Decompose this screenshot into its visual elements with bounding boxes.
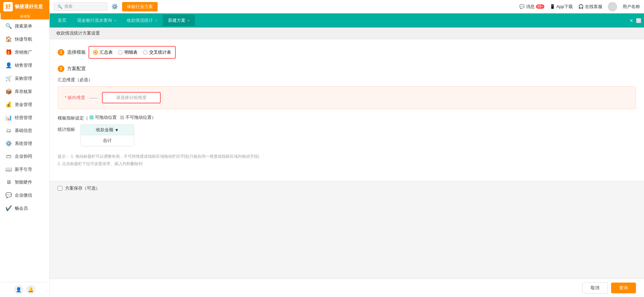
sidebar-bottom: 👤 🔔	[0, 282, 49, 297]
sidebar-item-guide[interactable]: 📖 新手引导	[0, 163, 49, 176]
dimension-row: * 纵向维度 —— 请选择分组维度	[65, 92, 629, 103]
sidebar-item-sales[interactable]: 👤 销售管理	[0, 59, 49, 72]
sidebar-icon-hardware: 🖥	[5, 179, 12, 185]
step1-section: 1 选择模板 汇总表 明细表 交叉统计表	[58, 46, 636, 59]
sidebar-item-basic-info[interactable]: 🗂 基础信息	[0, 124, 49, 137]
sidebar-icon-system: ⚙️	[5, 140, 12, 147]
dimension-selector[interactable]: 请选择分组维度	[102, 92, 161, 103]
sidebar-item-marketing[interactable]: 🎁 营销推广	[0, 46, 49, 59]
sidebar-label-wechat: 企业微信	[15, 192, 32, 198]
sidebar-item-finance[interactable]: 💰 资金管理	[0, 98, 49, 111]
dimension-arrow: ——	[89, 95, 98, 100]
sidebar-item-search-menu[interactable]: 🔍 搜索菜单	[0, 19, 49, 33]
sidebar-item-purchase[interactable]: 🛒 采购管理	[0, 72, 49, 85]
sidebar-item-system[interactable]: ⚙️ 系统管理	[0, 137, 49, 150]
sidebar-label-enterprise: 企业协同	[15, 153, 32, 159]
sidebar-item-hardware[interactable]: 🖥 智能硬件	[0, 176, 49, 189]
sidebar-label-search-menu: 搜索菜单	[15, 23, 32, 29]
nav-tab-close-bank-flow[interactable]: ×	[114, 18, 116, 22]
draggable-badge: 可拖动位置	[90, 114, 117, 120]
sidebar-item-member[interactable]: ✔️ 畅会员	[0, 202, 49, 215]
cancel-button[interactable]: 取消	[582, 282, 608, 294]
nav-tabs: 首页现金银行流水查询×收款情况统计×新建方案× ✕ ⬜	[50, 13, 644, 28]
sidebar-label-purchase: 采购管理	[15, 76, 32, 82]
topbar: 🔍 搜索 ⚙️ 体验行业方案 💬 消息 99+ 📱 App下载 🎧 在线客服 用…	[50, 0, 644, 13]
sidebar-item-wechat[interactable]: 💬 企业微信	[0, 189, 49, 202]
save-area: 方案保存（可选）	[50, 181, 644, 195]
sidebar-bottom-btn-1[interactable]: 👤	[14, 285, 23, 294]
maximize-icon[interactable]: ⬜	[636, 18, 641, 23]
page-header-title: 收款情况统计方案设置	[50, 28, 644, 39]
save-checkbox[interactable]	[58, 186, 62, 191]
nav-tab-bank-flow[interactable]: 现金银行流水查询×	[72, 15, 121, 26]
page-content: 收款情况统计方案设置 1 选择模板 汇总表 明细表 交叉统计表	[50, 28, 644, 279]
save-label: 方案保存（可选）	[65, 185, 100, 191]
download-item[interactable]: 📱 App下载	[550, 4, 573, 10]
sidebar-icon-purchase: 🛒	[5, 75, 12, 82]
nav-tab-home[interactable]: 首页	[52, 15, 72, 26]
sidebar-bottom-btn-2[interactable]: 🔔	[26, 285, 36, 294]
main-container: 🔍 搜索 ⚙️ 体验行业方案 💬 消息 99+ 📱 App下载 🎧 在线客服 用…	[50, 0, 644, 297]
template-selection-box: 汇总表 明细表 交叉统计表	[89, 46, 176, 59]
service-label: 在线客服	[585, 4, 602, 10]
notification-item[interactable]: 💬 消息 99+	[519, 4, 544, 10]
radio-cross[interactable]: 交叉统计表	[143, 49, 171, 55]
form-area: 1 选择模板 汇总表 明细表 交叉统计表 2 方案配置 汇总	[50, 39, 644, 181]
notification-badge: 99+	[536, 4, 544, 9]
step2-section: 2 方案配置 汇总维度（必选） * 纵向维度 —— 请选择分组维度	[58, 65, 636, 167]
radio-label-summary: 汇总表	[100, 49, 113, 55]
sidebar-icon-sales: 👤	[5, 62, 12, 68]
step1-number: 1	[58, 49, 64, 56]
logo-text: 畅捷通好生意	[15, 4, 43, 10]
sidebar-item-inventory[interactable]: 📦 库存核算	[0, 85, 49, 98]
step1-title: 选择模板	[67, 49, 86, 55]
nav-tab-label-new-plan: 新建方案	[168, 17, 185, 23]
metrics-table-header: 收款金额 ▼	[81, 125, 134, 135]
sidebar-logo: 好 畅捷通好生意	[0, 0, 49, 13]
sidebar-items-container: 🔍 搜索菜单 🏠 快捷导航 🎁 营销推广 👤 销售管理 🛒 采购管理 📦 库存核…	[0, 19, 49, 215]
user-avatar[interactable]	[608, 2, 617, 11]
nav-tab-label-collection-stat: 收款情况统计	[127, 17, 153, 23]
logo-icon: 好	[3, 2, 13, 11]
industry-btn[interactable]: 体验行业方案	[122, 2, 158, 11]
radio-summary[interactable]: 汇总表	[93, 49, 113, 55]
sidebar-label-sales: 销售管理	[15, 62, 32, 68]
nav-tab-close-new-plan[interactable]: ×	[187, 18, 190, 22]
radio-label-cross: 交叉统计表	[149, 49, 171, 55]
sidebar-item-operations[interactable]: 📊 经营管理	[0, 111, 49, 124]
sidebar-icon-finance: 💰	[5, 101, 12, 108]
nav-tab-collection-stat[interactable]: 收款情况统计×	[121, 15, 162, 26]
sidebar-label-member: 畅会员	[15, 205, 28, 211]
radio-detail[interactable]: 明细表	[118, 49, 138, 55]
query-button[interactable]: 查询	[611, 283, 636, 293]
close-window-icon[interactable]: ✕	[630, 18, 633, 23]
sidebar-icon-guide: 📖	[5, 166, 12, 172]
tip-area: 提示： 1. 拖动标题栏可以调整布局，不可跨维度或指标区域拖动栏目字段(只能在同…	[58, 153, 636, 167]
non-draggable-badge: 不可拖动位置）	[120, 114, 156, 120]
topbar-search-box[interactable]: 🔍 搜索	[54, 2, 107, 11]
search-placeholder-text: 搜索	[64, 4, 72, 9]
metrics-header-content: 收款金额 ▼	[85, 127, 130, 133]
nav-tab-close-collection-stat[interactable]: ×	[155, 18, 157, 22]
step2-title: 方案配置	[67, 66, 86, 72]
nav-tab-items-container: 首页现金银行流水查询×收款情况统计×新建方案×	[52, 15, 195, 26]
service-item[interactable]: 🎧 在线客服	[578, 4, 602, 10]
template-radio-group: 汇总表 明细表 交叉统计表	[93, 49, 171, 55]
sidebar-label-basic-info: 基础信息	[15, 128, 32, 134]
nav-tab-new-plan[interactable]: 新建方案×	[163, 15, 195, 26]
metrics-table: 收款金额 ▼ 合计	[80, 125, 134, 146]
sidebar-label-quick-nav: 快捷导航	[15, 36, 32, 42]
step2-header: 2 方案配置	[58, 65, 636, 72]
service-icon: 🎧	[578, 4, 584, 9]
sidebar-icon-member: ✔️	[5, 205, 12, 211]
topbar-right: 💬 消息 99+ 📱 App下载 🎧 在线客服 用户名称	[519, 2, 640, 11]
download-label: App下载	[556, 4, 573, 10]
radio-input-detail	[118, 50, 123, 55]
sidebar-item-enterprise[interactable]: 🗃 企业协同	[0, 150, 49, 163]
metrics-layout: 统计指标 收款金额 ▼ 合计	[58, 125, 636, 146]
metrics-total-cell: 合计	[81, 135, 134, 146]
sidebar-item-quick-nav[interactable]: 🏠 快捷导航	[0, 33, 49, 46]
dropdown-arrow-icon[interactable]: ▼	[115, 128, 119, 133]
logo-badge: 标准版	[1, 13, 49, 19]
gear-icon[interactable]: ⚙️	[111, 3, 118, 10]
